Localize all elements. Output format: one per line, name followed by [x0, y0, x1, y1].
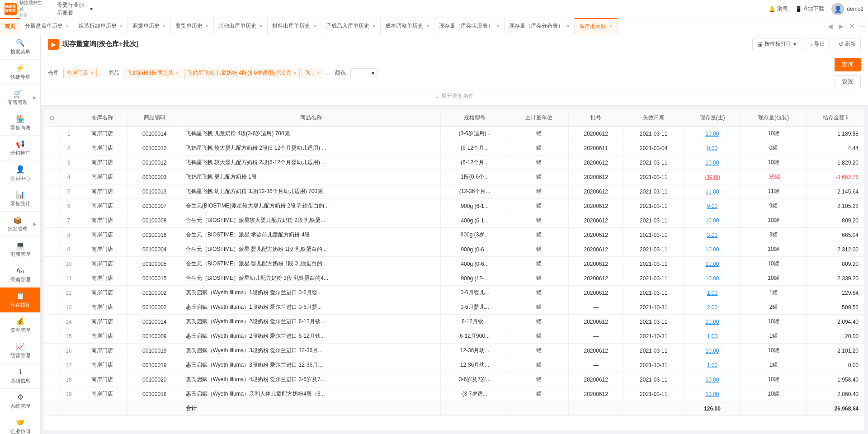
sidebar-item-operations[interactable]: 📈 经营管理: [0, 338, 40, 363]
qty-main-cell[interactable]: 10.00: [684, 257, 741, 271]
goods-name-cell: 合生元（BIOSTIME）派星 学龄前儿童配方奶粉 4段: [182, 228, 440, 242]
qty-main-cell[interactable]: 2.00: [684, 300, 741, 315]
sidebar-item-ecommerce[interactable]: 💻 电商管理: [0, 237, 40, 262]
close-icon[interactable]: ✕: [496, 24, 500, 28]
qty-main-cell[interactable]: 0.00: [684, 141, 741, 156]
qty-main-cell[interactable]: 10.00: [684, 344, 741, 358]
tab-cost-adjust[interactable]: 成本调整单历史 ✕: [381, 18, 434, 34]
tab-goods-out[interactable]: 要货单历史 ✕: [171, 18, 214, 34]
sidebar-item-system[interactable]: ⚙ 系统管理: [0, 389, 40, 414]
tab-inventory-dist[interactable]: 现存量（库存分布表） ✕: [505, 18, 575, 34]
tab-product-in[interactable]: 产成品入库单历史 ✕: [321, 18, 381, 34]
refresh-btn[interactable]: ↺ 刷新: [834, 38, 861, 50]
sidebar-item-basics[interactable]: ℹ 基础信息: [0, 363, 40, 389]
qty-main-cell[interactable]: 10.00: [684, 387, 741, 401]
close-icon[interactable]: ✕: [372, 24, 376, 28]
nav-next-btn[interactable]: ▶: [835, 18, 846, 34]
expire-cell: 2021-03-11: [623, 257, 684, 271]
unit-cell: 罐: [509, 315, 569, 329]
settings-icon[interactable]: ⚙: [49, 114, 55, 122]
row-num: 17: [61, 358, 77, 373]
close-icon[interactable]: ✕: [205, 24, 209, 28]
nav-tabs: 首页 分量盘点单历史 ✕ 组装拆卸单历史 ✕ 调拨单历史 ✕ 要货单历史 ✕ 其…: [0, 18, 868, 34]
close-icon[interactable]: ✕: [90, 71, 94, 75]
close-icon[interactable]: ✕: [293, 71, 297, 75]
close-icon[interactable]: ✕: [162, 24, 166, 28]
qty-main-cell[interactable]: 9.00: [684, 199, 741, 213]
sidebar-item-wholesale[interactable]: 📦 批发管理 ▶: [0, 212, 40, 237]
row-num: 3: [61, 156, 77, 170]
close-icon[interactable]: ✕: [66, 24, 69, 28]
qty-main-cell[interactable]: 1.00: [684, 329, 741, 344]
close-icon[interactable]: ✕: [566, 24, 570, 28]
goods-tag-2[interactable]: 飞鹤星飞帆 儿童奶粉 4段(3-6岁适用) 700克 ✕: [184, 68, 300, 78]
sidebar-item-retail-shop[interactable]: 🏪 零售商城: [0, 110, 40, 136]
row-num: 12: [61, 286, 77, 300]
warehouse-more-btn[interactable]: …: [99, 70, 104, 76]
goods-tag-3[interactable]: 飞... ✕: [302, 68, 323, 78]
sidebar-item-nav[interactable]: ⚡ 快捷导航: [0, 60, 40, 85]
batch-cell: —: [569, 358, 623, 373]
qty-main-cell[interactable]: 1.00: [684, 358, 741, 373]
close-all-tabs-btn[interactable]: ✕: [846, 18, 857, 34]
close-icon[interactable]: ✕: [609, 24, 613, 29]
sidebar-item-search[interactable]: 🔍 搜索菜单: [0, 34, 40, 60]
qty-main-cell[interactable]: 3.00: [684, 228, 741, 242]
tab-pick-single[interactable]: 调拨单历史 ✕: [128, 18, 171, 34]
qty-main-cell[interactable]: 10.00: [684, 315, 741, 329]
expand-filter-btn[interactable]: ▶: [48, 39, 59, 50]
close-icon[interactable]: ✕: [119, 24, 123, 28]
goods-tag-1[interactable]: 飞鹤奶粉3段两提装 ✕: [124, 68, 182, 78]
sidebar-item-enterprise[interactable]: 🤝 企业协同: [0, 414, 40, 434]
close-icon[interactable]: ✕: [175, 71, 179, 75]
qty-main-cell[interactable]: 10.00: [684, 271, 741, 286]
sidebar-item-marketing[interactable]: 📢 营销推广: [0, 136, 40, 161]
qty-main-cell[interactable]: 10.00: [684, 156, 741, 170]
qty-main-cell[interactable]: -39.00: [684, 170, 741, 184]
color-select[interactable]: ▾: [350, 68, 377, 78]
message-btn[interactable]: 🔔 消息: [769, 5, 788, 13]
tabs-menu-btn[interactable]: ⋯: [857, 18, 868, 34]
nav-prev-btn[interactable]: ◀: [825, 18, 835, 34]
warehouse-cell: 南岸门店: [77, 344, 127, 358]
tab-other-out[interactable]: 其他出库单历史 ✕: [214, 18, 268, 34]
close-icon[interactable]: ✕: [316, 71, 320, 75]
qty-main-cell[interactable]: 11.00: [684, 184, 741, 199]
goods-tags: 飞鹤奶粉3段两提装 ✕ 飞鹤星飞帆 儿童奶粉 4段(3-6岁适用) 700克 ✕…: [124, 68, 330, 78]
workspace-dropdown[interactable]: 母婴行业演示账套 ▾: [53, 0, 125, 19]
sidebar-item-retail[interactable]: 🛒 零售管理 ▶: [0, 85, 40, 110]
print-btn[interactable]: 🖨 按模板打印 ▾: [752, 38, 801, 50]
batch-cell: 20200612: [569, 199, 623, 213]
sidebar-item-inventory[interactable]: 📋 库存核算: [0, 288, 40, 313]
unit-cell: 罐: [509, 127, 569, 141]
tab-disassemble[interactable]: 组装拆卸单历史 ✕: [74, 18, 128, 34]
close-icon[interactable]: ✕: [426, 24, 429, 28]
export-btn[interactable]: ↓ 导出: [805, 38, 830, 50]
tab-material-out[interactable]: 材料出库单历史 ✕: [268, 18, 321, 34]
user-menu[interactable]: 👤 demo2: [831, 3, 863, 15]
qty-main-cell[interactable]: 10.00: [684, 242, 741, 257]
tab-inventory-status[interactable]: 现存量（库存状况表） ✕: [434, 18, 505, 34]
tab-split-inventory[interactable]: 分量盘点单历史 ✕: [20, 18, 74, 34]
qty-main-cell[interactable]: 1.00: [684, 286, 741, 300]
row-num: 8: [61, 228, 77, 242]
goods-more-btn[interactable]: …: [325, 70, 330, 76]
sidebar-item-purchase[interactable]: 🛍 采购管理: [0, 262, 40, 288]
sidebar-item-finance[interactable]: 💰 资金管理: [0, 313, 40, 338]
sidebar-item-retail-stats[interactable]: 📊 零售统计: [0, 186, 40, 212]
tab-batch-account[interactable]: 库存批次账 ✕: [575, 18, 618, 34]
chevron-right-icon: ▶: [33, 95, 37, 100]
set-btn[interactable]: 设置: [835, 75, 861, 88]
warehouse-tag-nananjindian[interactable]: 南岸门店 ✕: [63, 68, 97, 78]
qty-main-cell[interactable]: 10.00: [684, 127, 741, 141]
qty-main-cell[interactable]: 10.00: [684, 373, 741, 387]
close-icon[interactable]: ✕: [259, 24, 263, 28]
tab-home[interactable]: 首页: [0, 18, 20, 34]
expand-more-btn[interactable]: ⌄ 展开更多条件: [48, 90, 861, 102]
query-btn[interactable]: 查询: [835, 58, 861, 71]
app-download-btn[interactable]: 📱 App下载: [795, 5, 824, 13]
close-icon[interactable]: ✕: [313, 24, 316, 28]
qty-main-cell[interactable]: 10.00: [684, 213, 741, 228]
goods-name-cell: 惠氏启赋（Wyeth illuma）1段奶粉 爱尔兰进口 0-6月婴...: [182, 286, 440, 300]
sidebar-item-member[interactable]: 👤 会员中心: [0, 161, 40, 186]
